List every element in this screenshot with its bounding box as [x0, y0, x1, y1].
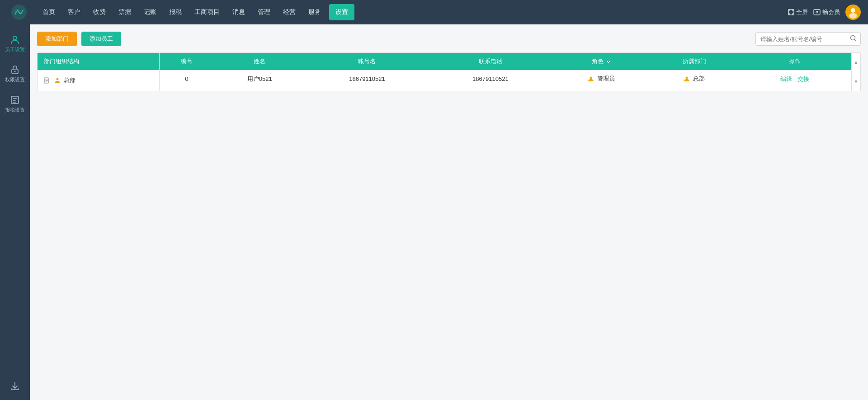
- nav-item-首页[interactable]: 首页: [36, 0, 61, 24]
- svg-point-8: [14, 71, 16, 72]
- svg-rect-1: [788, 9, 794, 15]
- col-id: 编号: [160, 53, 214, 70]
- dept-tree-body: 总部: [38, 70, 159, 91]
- nav-item-票据[interactable]: 票据: [112, 0, 137, 24]
- sidebar-item-permission-label: 权限设置: [5, 76, 25, 83]
- nav-menu: 首页客户收费票据记账报税工商项目消息管理经营服务设置: [36, 0, 788, 24]
- toolbar: 添加部门 添加员工: [37, 32, 861, 46]
- main-layout: 员工设置 权限设置 报税设置: [0, 24, 868, 400]
- nav-item-工商项目[interactable]: 工商项目: [188, 0, 226, 24]
- dept-item-root[interactable]: 总部: [44, 75, 153, 86]
- table-row: 0 用户0521 18679110521 18679110521 管理员 总部 …: [160, 70, 851, 88]
- sidebar: 员工设置 权限设置 报税设置: [0, 24, 30, 400]
- cell-dept: 总部: [650, 70, 738, 88]
- svg-rect-2: [814, 9, 820, 15]
- sidebar-item-employee-label: 员工设置: [5, 46, 25, 53]
- nav-item-客户[interactable]: 客户: [61, 0, 87, 24]
- nav-item-收费[interactable]: 收费: [87, 0, 112, 24]
- svg-point-12: [57, 78, 59, 80]
- nav-item-设置[interactable]: 设置: [329, 4, 354, 20]
- nav-item-服务[interactable]: 服务: [302, 0, 327, 24]
- scroll-down-button[interactable]: ▼: [852, 72, 860, 91]
- sidebar-item-permission[interactable]: 权限设置: [0, 59, 30, 88]
- col-name: 姓名: [214, 53, 306, 70]
- content-area: 添加部门 添加员工 部门组织结构: [30, 24, 868, 400]
- nav-item-管理[interactable]: 管理: [251, 0, 277, 24]
- sidebar-item-tax-label: 报税设置: [5, 107, 25, 113]
- fullscreen-button[interactable]: 全屏: [788, 8, 808, 16]
- nav-right: 全屏 畅会员: [788, 5, 861, 20]
- nav-item-经营[interactable]: 经营: [277, 0, 302, 24]
- add-dept-button[interactable]: 添加部门: [37, 32, 77, 46]
- sidebar-item-download[interactable]: [0, 376, 30, 395]
- svg-point-13: [590, 77, 592, 79]
- col-account: 账号名: [306, 53, 429, 70]
- search-button[interactable]: [846, 33, 860, 45]
- nav-item-消息[interactable]: 消息: [226, 0, 251, 24]
- cell-name: 用户0521: [214, 70, 306, 88]
- top-navigation: 首页客户收费票据记账报税工商项目消息管理经营服务设置 全屏 畅会员: [0, 0, 868, 24]
- dept-root-label: 总部: [64, 76, 75, 85]
- svg-point-4: [851, 8, 855, 13]
- action-交接[interactable]: 交接: [797, 75, 809, 82]
- col-dept: 所属部门: [650, 53, 738, 70]
- member-button[interactable]: 畅会员: [813, 8, 840, 16]
- nav-item-记账[interactable]: 记账: [137, 0, 163, 24]
- main-panel: 部门组织结构 总部: [37, 52, 861, 91]
- scroll-buttons: ▲ ▼: [851, 53, 860, 91]
- cell-phone: 18679110521: [429, 70, 552, 88]
- search-box: [755, 32, 861, 46]
- fullscreen-label: 全屏: [796, 8, 808, 16]
- scroll-up-button[interactable]: ▲: [852, 53, 860, 72]
- cell-role: 管理员: [552, 70, 650, 88]
- employee-table: 编号 姓名 账号名 联系电话 角色 所属部门 操作: [160, 53, 851, 88]
- cell-actions: 编辑 交接: [738, 70, 851, 88]
- avatar[interactable]: [845, 5, 861, 20]
- nav-item-报税[interactable]: 报税: [163, 0, 188, 24]
- dept-tree-header: 部门组织结构: [38, 53, 159, 70]
- svg-point-6: [13, 36, 17, 40]
- col-actions: 操作: [738, 53, 851, 70]
- sidebar-bottom: [0, 376, 30, 400]
- employee-table-area: 编号 姓名 账号名 联系电话 角色 所属部门 操作: [160, 53, 851, 91]
- cell-id: 0: [160, 70, 214, 88]
- svg-point-14: [686, 77, 688, 79]
- svg-point-5: [849, 13, 857, 19]
- col-role: 角色: [552, 53, 650, 70]
- action-编辑[interactable]: 编辑: [780, 75, 792, 82]
- logo: [5, 4, 33, 20]
- cell-account: 18679110521: [306, 70, 429, 88]
- sidebar-item-tax[interactable]: 报税设置: [0, 89, 30, 118]
- member-label: 畅会员: [822, 8, 840, 16]
- dept-tree: 部门组织结构 总部: [38, 53, 160, 91]
- svg-point-3: [816, 11, 818, 13]
- col-phone: 联系电话: [429, 53, 552, 70]
- search-input[interactable]: [756, 33, 846, 45]
- add-employee-button[interactable]: 添加员工: [81, 32, 121, 46]
- sidebar-item-employee[interactable]: 员工设置: [0, 29, 30, 57]
